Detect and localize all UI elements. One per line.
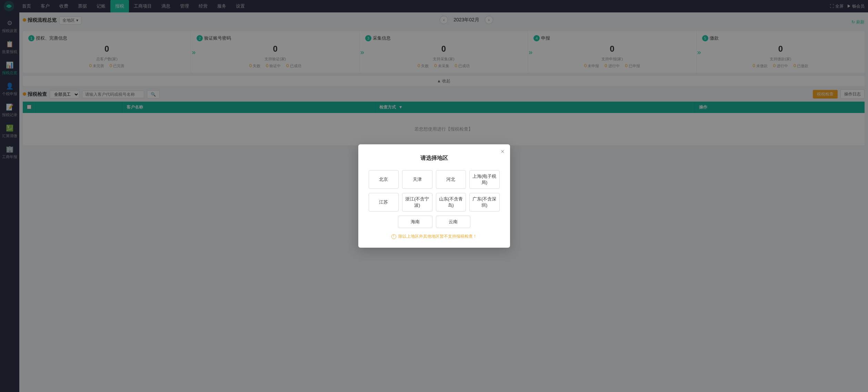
- region-yunnan[interactable]: 云南: [436, 216, 470, 228]
- dialog-title: 请选择地区: [369, 155, 500, 162]
- region-zhejiang[interactable]: 浙江(不含宁波): [402, 193, 432, 212]
- region-tianjin[interactable]: 天津: [402, 170, 432, 189]
- dialog-close-btn[interactable]: ×: [501, 148, 505, 155]
- region-hebei[interactable]: 河北: [436, 170, 466, 189]
- warning-icon: !: [391, 234, 396, 239]
- region-guangdong[interactable]: 广东(不含深圳): [469, 193, 500, 212]
- region-jiangsu[interactable]: 江苏: [369, 193, 399, 212]
- dialog-warning: ! 除以上地区外其他地区暂不支持报税检查！: [369, 234, 500, 239]
- region-shandong[interactable]: 山东(不含青岛): [436, 193, 466, 212]
- region-hainan[interactable]: 海南: [398, 216, 432, 228]
- region-grid-row1: 北京 天津 河北 上海(电子税局): [369, 170, 500, 189]
- modal-overlay[interactable]: × 请选择地区 北京 天津 河北 上海(电子税局) 江苏 浙江(不含宁波) 山东…: [0, 0, 868, 392]
- region-beijing[interactable]: 北京: [369, 170, 399, 189]
- region-grid-row3: 海南 云南: [369, 216, 500, 228]
- region-shanghai[interactable]: 上海(电子税局): [469, 170, 500, 189]
- region-select-dialog: × 请选择地区 北京 天津 河北 上海(电子税局) 江苏 浙江(不含宁波) 山东…: [358, 144, 510, 248]
- region-grid-row2: 江苏 浙江(不含宁波) 山东(不含青岛) 广东(不含深圳): [369, 193, 500, 212]
